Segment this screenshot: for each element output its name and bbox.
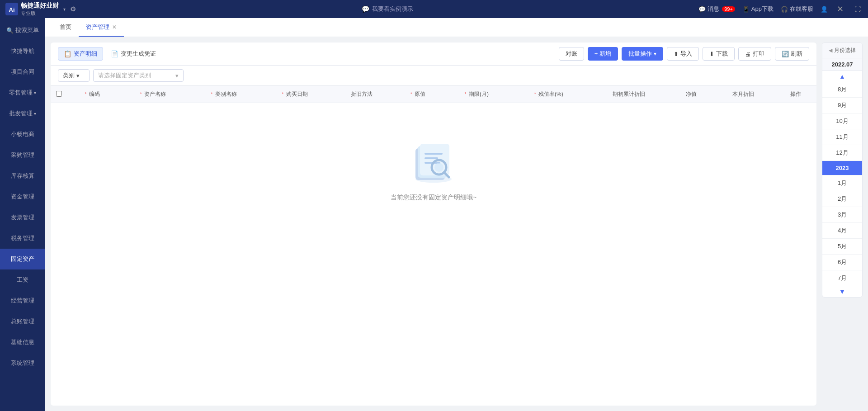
table-container: * 编码 * 资产名称 * 类别名称 [51,86,816,406]
toolbar: 对账 + 新增 批量操作 ▾ ⬆ 导入 [559,47,809,61]
month-item[interactable]: 6月 [822,255,862,270]
month-nav-up[interactable]: ▲ [822,71,862,82]
select-all-header[interactable] [51,86,67,103]
sidebar-item-salary[interactable]: 工资 [0,269,45,290]
batch-label: 批量操作 [628,50,652,58]
settings-icon[interactable]: ⚙ [70,5,76,13]
import-btn[interactable]: ⬆ 导入 [667,47,699,61]
sidebar-item-inventory[interactable]: 库存核算 [0,165,45,186]
sidebar-label-search: 搜索菜单 [15,26,39,34]
col-name: * 资产名称 [118,86,189,103]
demo-label[interactable]: 我要看实例演示 [372,5,413,13]
message-badge: 99+ [722,6,735,12]
tab-asset-mgmt[interactable]: 资产管理 ✕ [79,19,124,37]
col-residual-rate: * 残值率(%) [510,86,587,103]
batch-dropdown-icon: ▾ [654,51,656,57]
sidebar-label-inventory: 库存核算 [11,172,34,180]
sidebar-item-finance[interactable]: 资金管理 [0,186,45,207]
download-btn[interactable]: ⬇ 下载 [703,47,735,61]
sidebar-item-biz-mgmt[interactable]: 经营管理 [0,290,45,311]
svg-text:Ai: Ai [9,6,15,13]
month-item[interactable]: 9月 [822,98,862,113]
empty-state: 当前您还没有固定资产明细哦~ [51,103,816,238]
refresh-label: 刷新 [791,50,802,58]
refresh-icon: 🔄 [782,51,789,57]
sidebar-label-ledger: 总账管理 [11,317,34,326]
month-item[interactable]: 1月 [822,175,862,191]
category-value-dropdown-icon: ▾ [175,72,179,79]
category-value-select[interactable]: 请选择固定资产类别 ▾ [93,69,184,82]
month-item[interactable]: 2月 [822,191,862,207]
window-close-btn[interactable]: ✕ [835,4,845,14]
filter-bar: 类别 ▾ 请选择固定资产类别 ▾ [51,66,816,86]
reconcile-label: 对账 [566,50,577,58]
company-dropdown-arrow[interactable]: ▾ [63,7,66,12]
message-btn[interactable]: 💬 消息 99+ [698,5,735,13]
app-logo: Ai 畅捷通好业财 专业版 [5,2,59,17]
tab-asset-label: 资产管理 [86,23,109,31]
batch-btn[interactable]: 批量操作 ▾ [622,47,663,61]
month-item[interactable]: 3月 [822,207,862,223]
sidebar-item-retail[interactable]: 零售管理 ▾ [0,82,45,103]
tab-home-label: 首页 [60,23,71,31]
sidebar-item-fixed-assets[interactable]: 固定资产 [0,249,45,269]
refresh-btn[interactable]: 🔄 刷新 [775,47,809,61]
month-nav-down[interactable]: ▼ [822,286,862,297]
reconcile-btn[interactable]: 对账 [559,47,584,61]
sidebar-item-ecommerce[interactable]: 小畅电商 [0,124,45,145]
sidebar-label-sys: 系统管理 [11,359,34,367]
category-label: 类别 [63,71,75,80]
empty-text: 当前您还没有固定资产明细哦~ [391,194,476,202]
month-item[interactable]: 5月 [822,239,862,255]
sub-tab-change-voucher[interactable]: 📄 变更生成凭证 [105,47,162,61]
month-item[interactable]: 4月 [822,223,862,239]
month-panel-header: ◀ 月份选择 [822,43,862,58]
col-depreciation-method: 折旧方法 [330,86,392,103]
app-download-btn[interactable]: 📱 App下载 [742,5,774,13]
message-label: 消息 [708,5,719,13]
sidebar-item-project-contract[interactable]: 项目合同 [0,61,45,82]
sidebar-item-batch[interactable]: 批发管理 ▾ [0,103,45,124]
month-item[interactable]: 7月 [822,270,862,286]
add-btn[interactable]: + 新增 [588,47,618,61]
sub-tab-asset-detail[interactable]: 📋 资产明细 [58,47,103,61]
change-voucher-icon: 📄 [111,50,118,57]
selected-year[interactable]: 2022.07 [822,58,862,71]
sidebar-item-basic-info[interactable]: 基础信息 [0,332,45,353]
sidebar-label-tax: 税务管理 [11,234,34,242]
user-avatar[interactable]: 👤 [821,6,828,13]
tab-home[interactable]: 首页 [52,19,79,37]
page-content: 📋 资产明细 📄 变更生成凭证 对账 + 新增 [45,37,868,411]
sidebar-item-tax[interactable]: 税务管理 [0,228,45,249]
month-item[interactable]: 10月 [822,113,862,129]
month-item[interactable]: 11月 [822,129,862,145]
top-bar: Ai 畅捷通好业财 专业版 ▾ ⚙ 💬 我要看实例演示 💬 消息 99+ 📱 A… [0,0,868,18]
col-accumulated-depreciation: 期初累计折旧 [587,86,670,103]
sidebar-item-quick-nav[interactable]: 快捷导航 [0,41,45,61]
online-service-btn[interactable]: 🎧 在线客服 [781,5,813,13]
collapse-panel-icon[interactable]: ◀ [829,47,832,53]
import-label: 导入 [680,50,692,58]
window-maximize-btn[interactable]: ⛶ [853,5,863,13]
retail-expand-icon: ▾ [34,90,36,95]
col-operation: 操作 [775,86,816,103]
tab-asset-close[interactable]: ✕ [112,24,117,30]
select-all-checkbox[interactable] [56,91,62,97]
batch-expand-icon: ▾ [34,111,36,116]
print-btn[interactable]: 🖨 打印 [738,47,771,61]
import-icon: ⬆ [674,51,679,57]
col-period: * 期限(月) [443,86,510,103]
sidebar-label-invoice: 发票管理 [11,213,34,222]
sidebar-item-invoice[interactable]: 发票管理 [0,207,45,228]
svg-rect-7 [425,157,438,159]
sidebar-item-general-ledger[interactable]: 总账管理 [0,311,45,332]
sidebar-item-search[interactable]: 🔍 搜索菜单 [0,20,45,41]
col-code: * 编码 [67,86,118,103]
month-item[interactable]: 12月 [822,145,862,161]
print-label: 打印 [753,50,764,58]
category-type-select[interactable]: 类别 ▾ [58,69,90,82]
month-item[interactable]: 2023 [822,161,862,175]
month-item[interactable]: 8月 [822,82,862,98]
sidebar-item-sys-mgmt[interactable]: 系统管理 [0,353,45,373]
sidebar-item-purchase[interactable]: 采购管理 [0,145,45,165]
